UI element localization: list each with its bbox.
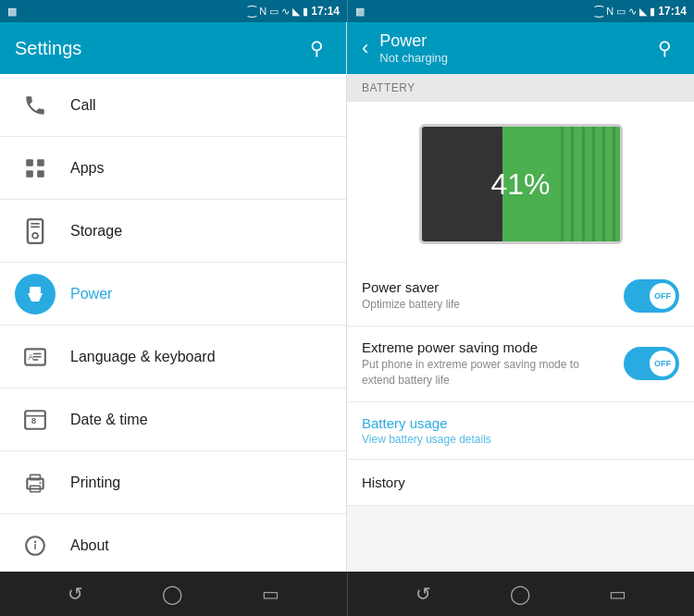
home-nav-button-right[interactable]: ◯ [502, 575, 538, 612]
settings-item-call-label: Call [70, 97, 96, 114]
settings-item-power-label: Power [70, 286, 112, 302]
nav-bar-left: ↺ ◯ ▭ [0, 572, 347, 616]
settings-item-language-label: Language & keyboard [70, 349, 216, 365]
language-icon-container: A [15, 337, 56, 377]
recents-nav-button-left[interactable]: ▭ [254, 575, 287, 612]
printing-icon [23, 471, 47, 495]
power-header: ‹ Power Not charging ⚲ [347, 22, 694, 74]
back-nav-button-left[interactable]: ↺ [60, 575, 91, 612]
extreme-power-desc: Put phone in extreme power saving mode t… [362, 357, 613, 388]
svg-text:A: A [28, 352, 33, 362]
signal-icon-left: ◣ [292, 6, 300, 18]
wifi-icon-right: ∿ [628, 6, 637, 18]
settings-item-about[interactable]: i About [0, 514, 346, 572]
home-nav-button-left[interactable]: ◯ [155, 575, 190, 612]
battery-percent: 41% [422, 167, 620, 202]
rotate-icon-left: ▭ [269, 6, 279, 18]
settings-item-printing[interactable]: Printing [0, 451, 346, 514]
settings-item-storage-label: Storage [70, 223, 122, 240]
sim-icon-right: ▩ [355, 6, 365, 18]
power-saver-title: Power saver [362, 279, 613, 295]
wifi-icon-left: ∿ [281, 6, 290, 18]
svg-rect-14 [33, 359, 38, 361]
status-bar-right: ▩ ⁐ N ▭ ∿ ◣ ▮ 17:14 [347, 0, 694, 22]
settings-item-storage[interactable]: Storage [0, 200, 346, 263]
settings-title: Settings [15, 38, 303, 59]
power-panel: ‹ Power Not charging ⚲ BATTERY [347, 22, 694, 572]
extreme-power-toggle[interactable]: OFF [624, 347, 679, 380]
svg-rect-0 [26, 159, 33, 166]
power-header-text: Power Not charging [379, 31, 651, 66]
call-icon-container [15, 85, 56, 126]
power-content: BATTERY 41% [347, 74, 694, 572]
back-nav-button-right[interactable]: ↺ [408, 575, 439, 612]
power-icon [24, 283, 46, 305]
svg-rect-1 [37, 159, 44, 166]
svg-rect-13 [33, 355, 42, 357]
settings-list: Call Apps [0, 74, 346, 572]
svg-rect-8 [30, 287, 41, 293]
time-right: 17:14 [658, 5, 687, 18]
svg-rect-3 [37, 170, 44, 178]
back-button[interactable]: ‹ [362, 36, 368, 60]
bluetooth-icon-right: ⁐ [595, 6, 603, 18]
settings-item-apps-label: Apps [70, 160, 104, 177]
history-item[interactable]: History [347, 460, 694, 506]
settings-item-about-label: About [70, 537, 109, 554]
toggle-off-label: OFF [654, 291, 671, 301]
battery-usage-desc: View battery usage details [362, 433, 679, 446]
storage-icon-container [15, 211, 56, 252]
svg-rect-20 [31, 474, 41, 479]
settings-panel: Settings ⚲ Call [0, 22, 347, 572]
extreme-power-item[interactable]: Extreme power saving mode Put phone in e… [347, 326, 694, 402]
power-saver-text: Power saver Optimize battery life [362, 279, 613, 313]
nav-bar: ↺ ◯ ▭ ↺ ◯ ▭ [0, 572, 694, 616]
time-left: 17:14 [311, 5, 340, 18]
extreme-toggle-off-label: OFF [654, 359, 671, 368]
svg-point-21 [39, 481, 41, 483]
history-title: History [362, 474, 679, 490]
battery-section-label: BATTERY [347, 74, 694, 102]
about-icon: i [23, 534, 47, 558]
svg-marker-9 [28, 293, 43, 302]
power-subtitle: Not charging [379, 51, 651, 65]
datetime-icon: 8 [23, 408, 47, 432]
extreme-power-toggle-knob: OFF [650, 351, 675, 376]
datetime-icon-container: 8 [15, 400, 56, 440]
call-icon [23, 93, 47, 117]
power-search-button[interactable]: ⚲ [651, 30, 679, 67]
settings-item-call[interactable]: Call [0, 74, 346, 137]
nav-bar-right: ↺ ◯ ▭ [347, 572, 694, 616]
rotate-icon-right: ▭ [616, 6, 626, 18]
about-icon-container: i [15, 525, 56, 566]
svg-rect-2 [26, 170, 33, 178]
search-button[interactable]: ⚲ [303, 30, 331, 67]
power-saver-desc: Optimize battery life [362, 297, 613, 313]
power-saver-item[interactable]: Power saver Optimize battery life OFF [347, 266, 694, 326]
apps-icon [23, 156, 47, 180]
recents-nav-button-right[interactable]: ▭ [601, 575, 634, 612]
svg-text:8: 8 [31, 415, 37, 425]
battery-icon-left: ▮ [303, 6, 308, 18]
power-title: Power [379, 31, 651, 52]
battery-icon-right: ▮ [650, 6, 655, 18]
nfc-icon-right: N [606, 6, 613, 17]
power-icon-container [15, 274, 56, 314]
battery-visual: 41% [419, 124, 623, 244]
extreme-power-text: Extreme power saving mode Put phone in e… [362, 339, 613, 388]
power-saver-toggle-knob: OFF [650, 283, 675, 309]
settings-item-language[interactable]: A Language & keyboard [0, 326, 346, 388]
settings-header: Settings ⚲ [0, 22, 346, 74]
svg-point-24 [34, 540, 36, 542]
settings-item-apps[interactable]: Apps [0, 137, 346, 200]
power-saver-toggle[interactable]: OFF [624, 279, 679, 313]
printing-icon-container [15, 462, 56, 503]
storage-icon [25, 218, 45, 244]
signal-icon-right: ◣ [639, 6, 647, 18]
svg-point-7 [32, 232, 38, 238]
settings-item-power[interactable]: Power [0, 263, 346, 326]
nfc-icon-left: N [259, 6, 266, 17]
battery-usage-item[interactable]: Battery usage View battery usage details [347, 402, 694, 460]
status-bar-left: ▩ ⁐ N ▭ ∿ ◣ ▮ 17:14 [0, 0, 347, 22]
settings-item-datetime[interactable]: 8 Date & time [0, 388, 346, 451]
